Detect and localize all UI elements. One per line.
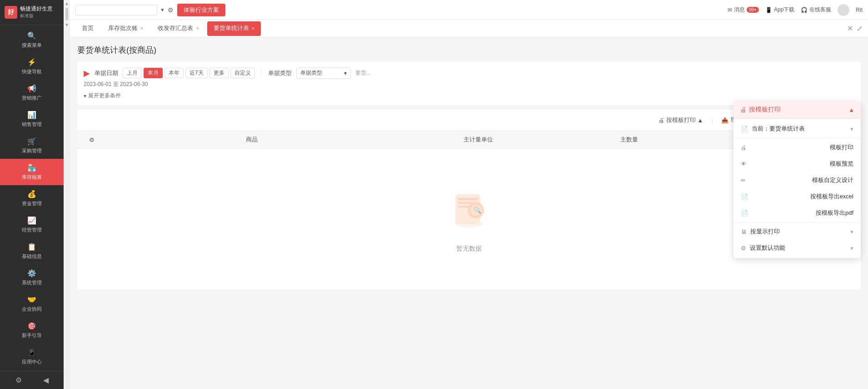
tab-expand-icon[interactable]: ⤢ bbox=[857, 24, 863, 33]
template-excel-icon: 📄 bbox=[741, 193, 748, 200]
tab-order-stats[interactable]: 要货单统计表 × bbox=[207, 21, 261, 36]
scroll-down-arrow[interactable]: ▼ bbox=[65, 22, 69, 27]
expand-more-button[interactable]: ▾ 展开更多条件 bbox=[84, 92, 121, 100]
app-download-action[interactable]: 📱 App下载 bbox=[765, 6, 794, 14]
sidebar-item-collab[interactable]: 🤝 企业协同 bbox=[0, 291, 64, 317]
tab-inventory-batch-label: 库存批次账 bbox=[108, 24, 138, 32]
sidebar-item-basic[interactable]: 📋 基础信息 bbox=[0, 238, 64, 264]
topbar-gear-icon[interactable]: ⚙ bbox=[168, 6, 174, 14]
sidebar-item-apps[interactable]: 📱 应用中心 bbox=[0, 344, 64, 370]
finance-nav-icon: 💰 bbox=[27, 190, 36, 198]
sidebar-item-search[interactable]: 🔍 搜索菜单 bbox=[0, 27, 64, 53]
date-btn-7days[interactable]: 近7天 bbox=[185, 68, 208, 78]
print-dropdown-collapse-icon[interactable]: ▲ bbox=[848, 106, 854, 113]
print-template-preview-item[interactable]: 👁 模板预览 bbox=[733, 156, 861, 172]
date-btn-more[interactable]: 更多 bbox=[210, 68, 229, 78]
sidebar-item-label: 销售管理 bbox=[22, 121, 42, 128]
sidebar-item-label: 营销推广 bbox=[22, 95, 42, 101]
sidebar-item-purchase[interactable]: 🛒 采购管理 bbox=[0, 132, 64, 159]
date-btn-last-month[interactable]: 上月 bbox=[123, 68, 142, 78]
user-name[interactable]: Rit bbox=[856, 7, 863, 13]
print-template-print-item[interactable]: 🖨 模板打印 bbox=[733, 139, 861, 156]
tab-receipt-summary[interactable]: 收发存汇总表 × bbox=[151, 21, 205, 36]
sidebar-item-label: 库存核算 bbox=[22, 174, 42, 181]
empty-illustration: 🔍 bbox=[446, 185, 492, 231]
collab-nav-icon: 🤝 bbox=[27, 295, 36, 304]
sidebar-item-system[interactable]: ⚙️ 系统管理 bbox=[0, 264, 64, 291]
sidebar-item-operations[interactable]: 📈 经营管理 bbox=[0, 212, 64, 238]
tab-close-all-icon[interactable]: ✕ bbox=[847, 24, 853, 33]
inventory-nav-icon: 🏪 bbox=[27, 163, 36, 172]
display-print-icon: 🖥 bbox=[741, 228, 747, 235]
main-content: ▾ ⚙ 体验行业方案 ✉ 消息 99+ 📱 App下载 🎧 在线客服 Rit 首… bbox=[70, 0, 868, 389]
message-action[interactable]: ✉ 消息 99+ bbox=[728, 6, 759, 14]
default-func-arrow: ▾ bbox=[850, 245, 853, 252]
online-service-action[interactable]: 🎧 在线客服 bbox=[801, 6, 831, 14]
current-template-arrow: ▾ bbox=[850, 126, 853, 132]
print-current-template-item[interactable]: 📄 当前：要货单统计表 ▾ bbox=[733, 121, 861, 137]
print-template-button[interactable]: 🖨 按模板打印 ▲ bbox=[655, 114, 707, 126]
current-template-label: 当前：要货单统计表 bbox=[752, 125, 805, 133]
tab-home[interactable]: 首页 bbox=[75, 21, 100, 36]
sidebar-item-marketing[interactable]: 📢 营销推广 bbox=[0, 80, 64, 106]
sidebar-item-guide[interactable]: 🎯 新手引导 bbox=[0, 317, 64, 344]
logo-icon: 好 bbox=[5, 6, 17, 19]
template-print-icon: 🖨 bbox=[741, 144, 747, 151]
date-btn-custom[interactable]: 自定义 bbox=[230, 68, 255, 78]
col-settings-icon[interactable]: ⚙ bbox=[83, 136, 101, 143]
sidebar-item-label: 系统管理 bbox=[22, 279, 42, 286]
sidebar-item-shortcut[interactable]: ⚡ 快捷导航 bbox=[0, 53, 64, 80]
template-custom-icon: ✏ bbox=[741, 177, 746, 184]
user-avatar[interactable] bbox=[838, 4, 849, 16]
download-icon: 📱 bbox=[765, 7, 772, 13]
filter-expand-button[interactable]: ▶ bbox=[84, 68, 90, 78]
print-dropdown-title-text: 按模板打印 bbox=[749, 106, 781, 114]
scroll-up-arrow[interactable]: ▲ bbox=[65, 1, 69, 6]
display-print-arrow: ▾ bbox=[850, 228, 853, 235]
sidebar: 好 畅捷通好生意 标准版 🔍 搜索菜单 ⚡ 快捷导航 📢 营销推广 📊 销售管理… bbox=[0, 0, 64, 389]
sidebar-item-sales[interactable]: 📊 销售管理 bbox=[0, 106, 64, 132]
print-template-excel-item[interactable]: 📄 按模板导出excel bbox=[733, 188, 861, 205]
topbar-search-area bbox=[75, 5, 157, 15]
date-btn-this-month[interactable]: 本月 bbox=[144, 68, 163, 78]
shortcut-nav-icon: ⚡ bbox=[27, 58, 36, 66]
template-pdf-icon: 📄 bbox=[741, 210, 748, 217]
print-dropdown-title-icon: 🖨 bbox=[740, 106, 746, 113]
template-preview-icon: 👁 bbox=[741, 161, 747, 167]
settings-icon[interactable]: ⚙ bbox=[15, 376, 22, 384]
current-template-icon: 📄 bbox=[741, 126, 748, 132]
type-select-arrow: ▾ bbox=[344, 70, 347, 76]
print-template-pdf-item[interactable]: 📄 按模板导出pdf bbox=[733, 205, 861, 221]
app-badge: 标准版 bbox=[20, 13, 53, 19]
svg-rect-2 bbox=[458, 198, 478, 200]
print-dropdown: 🖨 按模板打印 ▲ 📄 当前：要货单统计表 ▾ 🖨 bbox=[733, 101, 861, 258]
collapse-icon[interactable]: ◀ bbox=[43, 376, 49, 384]
industry-solution-button[interactable]: 体验行业方案 bbox=[177, 4, 225, 16]
tab-bar: 首页 库存批次账 × 收发存汇总表 × 要货单统计表 × ✕ ⤢ bbox=[70, 20, 868, 37]
message-label: 消息 bbox=[734, 6, 745, 14]
print-divider-2 bbox=[733, 222, 861, 222]
date-btn-this-year[interactable]: 本年 bbox=[165, 68, 184, 78]
type-label: 单据类型 bbox=[268, 69, 292, 77]
sidebar-item-inventory[interactable]: 🏪 库存核算 bbox=[0, 159, 64, 185]
col-product: 商品 bbox=[101, 136, 403, 144]
print-dropdown-header: 🖨 按模板打印 ▲ bbox=[733, 101, 861, 119]
filter-row: ▶ 单据日期 上月 本月 本年 近7天 更多 自定义 单据类型 单据类型 ▾ bbox=[84, 67, 854, 79]
tab-inventory-batch-close[interactable]: × bbox=[140, 25, 143, 31]
type-select[interactable]: 单据类型 ▾ bbox=[296, 67, 351, 79]
tab-receipt-summary-close[interactable]: × bbox=[196, 25, 199, 31]
tab-inventory-batch[interactable]: 库存批次账 × bbox=[102, 21, 150, 36]
sales-nav-icon: 📊 bbox=[27, 111, 36, 119]
print-dropdown-body: 📄 当前：要货单统计表 ▾ 🖨 模板打印 👁 模板预览 bbox=[733, 119, 861, 258]
print-display-print-item[interactable]: 🖥 按显示打印 ▾ bbox=[733, 223, 861, 240]
search-input[interactable] bbox=[75, 5, 157, 15]
message-badge: 99+ bbox=[747, 7, 759, 13]
tab-right-controls: ✕ ⤢ bbox=[847, 24, 863, 33]
sidebar-item-finance[interactable]: 💰 资金管理 bbox=[0, 185, 64, 212]
app-name: 畅捷通好生意 bbox=[20, 5, 53, 13]
print-template-custom-item[interactable]: ✏ 模板自定义设计 bbox=[733, 172, 861, 188]
print-default-func-item[interactable]: ⚙ 设置默认功能 ▾ bbox=[733, 240, 861, 256]
sidebar-scroll[interactable]: ▲ ▼ bbox=[64, 0, 70, 389]
search-dropdown-icon[interactable]: ▾ bbox=[161, 6, 164, 13]
tab-order-stats-close[interactable]: × bbox=[252, 25, 254, 31]
